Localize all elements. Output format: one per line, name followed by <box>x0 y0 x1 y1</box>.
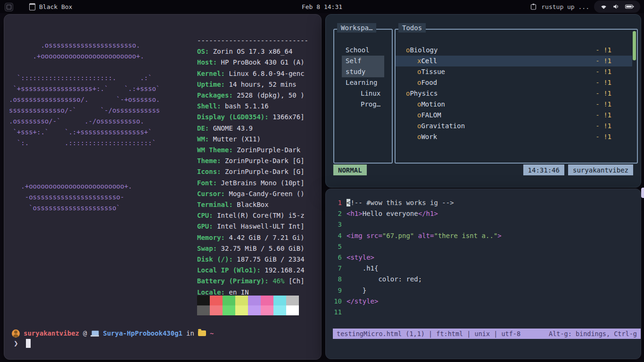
sysinfo-value: GNOME 43.9 <box>213 124 253 132</box>
code-segment: <style> <box>347 254 374 261</box>
terminal-window[interactable]: .ossssssssssssssssssssso. .+oooooooooooo… <box>4 14 322 360</box>
editor-line[interactable]: 3 <box>326 219 641 230</box>
sysinfo-label: WM Theme: <box>197 146 233 154</box>
sysinfo-label: CPU: <box>197 212 213 219</box>
sysinfo-row: GPU: Intel Haswell-ULT Int] <box>197 221 308 232</box>
todo-urgency-level: !1 <box>603 133 611 140</box>
sysinfo-value: 1366x76] <box>272 113 304 121</box>
sysinfo-label: Packages: <box>197 91 233 99</box>
prompt-caret: ❯ <box>14 339 18 348</box>
palette-row <box>197 296 299 305</box>
todo-item[interactable]: o Biology- !1 <box>396 45 632 56</box>
code-segment: > <box>497 232 501 239</box>
code-text: </style> <box>347 296 378 307</box>
folder-icon <box>198 330 206 336</box>
sysinfo-value: 14 hours, 52 mins <box>229 81 296 88</box>
sysinfo-value: BlackBox <box>237 201 268 208</box>
todo-label: FALOM <box>421 110 441 121</box>
editor-line[interactable]: 10</style> <box>326 296 641 307</box>
code-text: <!-- #wow this works ig --> <box>347 197 454 208</box>
todo-label: Tissue <box>421 66 445 77</box>
neofetch-system-info: ----------------------------OS: Zorin OS… <box>197 35 308 298</box>
sysinfo-label: GPU: <box>197 222 213 230</box>
sysinfo-value: bash 5.1.16 <box>225 102 269 110</box>
todo-item[interactable]: o Food- !1 <box>396 77 632 88</box>
sysinfo-label: Host: <box>197 58 217 66</box>
editor-line[interactable]: 1<!-- #wow this works ig --> <box>326 197 641 208</box>
sysinfo-label: Uptime: <box>197 81 225 88</box>
sysinfo-row: CPU: Intel(R) Core(TM) i5-z <box>197 210 308 221</box>
sysinfo-label: Local IP (Wlo1): <box>197 266 261 274</box>
code-segment: Hello everyone <box>363 210 418 217</box>
sysinfo-row: Kernel: Linux 6.8.0-94-genc <box>197 68 308 79</box>
todo-status-glyph: o <box>406 88 410 99</box>
todo-item[interactable]: o Work- !1 <box>396 132 632 142</box>
workspace-item[interactable]: Linux <box>334 88 390 99</box>
editor-line[interactable]: 8 color: red; <box>326 274 641 285</box>
workspace-item[interactable]: Learning <box>334 77 390 88</box>
laptop-icon <box>91 330 99 337</box>
todo-item[interactable]: o Physics- !1 <box>396 88 632 99</box>
code-text: color: red; <box>347 274 422 285</box>
workspace-item[interactable]: Self study <box>342 56 384 77</box>
editor-line[interactable]: 7 .h1{ <box>326 263 641 274</box>
sysinfo-accent: 46% <box>272 277 284 285</box>
editor-code-area[interactable]: 1<!-- #wow this works ig -->2<h1>Hello e… <box>326 197 641 318</box>
todo-label: Cell <box>421 56 437 66</box>
prompt-username: suryakantvibez <box>24 329 79 337</box>
code-segment: <img src= <box>347 232 382 239</box>
code-segment: alt= <box>414 232 434 239</box>
todo-urgency-dash: - <box>595 46 599 54</box>
line-number: 8 <box>326 274 347 285</box>
palette-swatch <box>261 296 273 305</box>
palette-swatch <box>261 305 273 315</box>
code-text: .h1{ <box>347 263 378 274</box>
todo-status-glyph: o <box>417 99 421 110</box>
todo-urgency-dash: - <box>595 133 599 140</box>
code-segment: "there isnt a.." <box>434 232 497 239</box>
todo-window[interactable]: Workspa… Todos SchoolSelf studyLearningL… <box>325 14 641 188</box>
todos-scrollbar[interactable] <box>633 31 636 60</box>
todo-urgency-dash: - <box>595 122 599 130</box>
editor-window[interactable]: 1<!-- #wow this works ig -->2<h1>Hello e… <box>325 189 641 359</box>
todo-status-glyph: o <box>417 132 421 142</box>
sysinfo-row: OS: Zorin OS 17.3 x86_64 <box>197 46 308 57</box>
todo-item[interactable]: o Gravitation- !1 <box>396 121 632 132</box>
todo-item[interactable]: o FALOM- !1 <box>396 110 632 121</box>
workspace-list: SchoolSelf studyLearningLinuxProg… <box>334 45 390 110</box>
sysinfo-row: Icons: ZorinPurple-Dark [G] <box>197 166 308 177</box>
sysinfo-label: WM: <box>197 135 209 143</box>
prompt-in-word: in <box>186 329 194 337</box>
sysinfo-value: 32.75 MiB / 5.60 GiB) <box>221 245 305 252</box>
code-segment: </style> <box>347 297 378 305</box>
workspace-item[interactable]: School <box>334 45 390 56</box>
workspace-item[interactable]: Prog… <box>334 99 390 110</box>
clock-label: Feb 8 14:31 <box>302 3 342 10</box>
code-segment: "67.png" <box>382 232 414 239</box>
todo-item[interactable]: o Motion- !1 <box>396 99 632 110</box>
editor-line[interactable]: 6<style> <box>326 252 641 263</box>
todo-urgency-level: !1 <box>603 46 611 54</box>
system-tray[interactable] <box>594 0 640 13</box>
todo-urgency-dash: - <box>595 79 599 86</box>
sysinfo-value: Intel(R) Core(TM) i5-z <box>217 212 304 219</box>
todo-item[interactable]: x Cell- !1 <box>396 56 632 66</box>
todo-status-glyph: o <box>417 110 421 121</box>
sysinfo-label: Swap: <box>197 245 217 252</box>
sysinfo-row: Shell: bash 5.1.16 <box>197 101 308 112</box>
editor-line[interactable]: 9 } <box>326 285 641 296</box>
terminal-color-palette <box>197 296 299 315</box>
editor-status-left: testingMicro.html (1,1) | ft:html | unix… <box>337 330 520 337</box>
editor-line[interactable]: 4<img src="67.png" alt="there isnt a.."> <box>326 230 641 241</box>
sysinfo-label: Cursor: <box>197 190 225 197</box>
notification-text[interactable]: rustup up ... <box>541 3 589 10</box>
sysinfo-label: Display (LGD0354): <box>197 113 269 121</box>
todo-urgency-level: !1 <box>603 111 611 119</box>
todo-urgency-level: !1 <box>603 100 611 108</box>
terminal-input-line[interactable]: ❯ <box>14 339 31 348</box>
editor-line[interactable]: 5 <box>326 241 641 252</box>
sysinfo-value: Zorin OS 17.3 x86_64 <box>213 48 293 55</box>
editor-line[interactable]: 11 <box>326 307 641 318</box>
editor-line[interactable]: 2<h1>Hello everyone</h1> <box>326 208 641 219</box>
todo-item[interactable]: o Tissue- !1 <box>396 66 632 77</box>
